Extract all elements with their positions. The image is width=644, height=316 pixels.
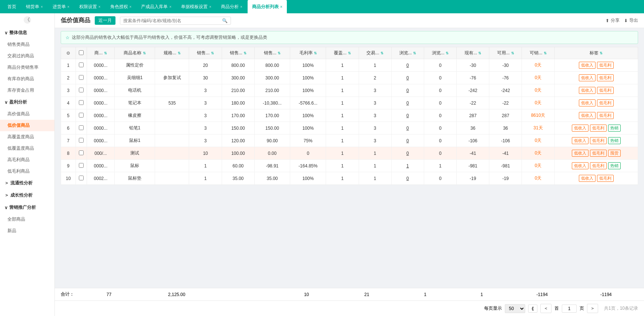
row-checkbox-cell[interactable] xyxy=(76,172,87,185)
nav-item-home[interactable]: 首页 xyxy=(3,0,21,13)
sidebar-item-stock-capital[interactable]: 库存资金占用 xyxy=(0,85,54,96)
nav-item-product-inbound[interactable]: 产成品入库单 × xyxy=(137,0,176,13)
col-header-available[interactable]: 可用... ⇅ xyxy=(489,47,522,59)
filter-button[interactable]: 近一月 xyxy=(95,16,115,25)
row-checkbox[interactable] xyxy=(79,176,84,180)
nav-item-template[interactable]: 单据模板设置 × xyxy=(177,0,216,13)
share-button[interactable]: ⬆ 分享 xyxy=(606,17,620,24)
row-checkbox[interactable] xyxy=(79,75,84,80)
first-page-button[interactable]: ⟪ xyxy=(528,305,537,313)
sidebar-item-high-value[interactable]: 高价值商品 xyxy=(0,108,54,120)
sidebar-item-traded-products[interactable]: 交易过的商品 xyxy=(0,50,54,62)
sidebar-group-liquidity[interactable]: ＞ 流通性分析 xyxy=(0,177,54,189)
sidebar-group-growth[interactable]: ＞ 成长性分析 xyxy=(0,189,54,201)
row-checkbox[interactable] xyxy=(79,163,84,168)
checkbox-col-header[interactable] xyxy=(76,47,87,59)
sidebar-group-overall[interactable]: ∨ 整体信息 xyxy=(0,27,54,39)
row-browse1[interactable]: 0 xyxy=(391,72,424,84)
row-spec xyxy=(155,172,189,185)
row-checkbox-cell[interactable] xyxy=(76,59,87,72)
sidebar-item-new-products[interactable]: 新品 xyxy=(0,225,54,237)
row-sale2: 120.00 xyxy=(222,135,254,147)
row-checkbox[interactable] xyxy=(79,125,84,130)
sidebar-item-stock-products[interactable]: 有库存的商品 xyxy=(0,73,54,85)
close-icon[interactable]: × xyxy=(209,5,211,9)
row-checkbox[interactable] xyxy=(79,150,84,155)
sidebar-group-profit[interactable]: ∨ 盈利分析 xyxy=(0,96,54,108)
col-header-name[interactable]: 商品名称 ⇅ xyxy=(114,47,155,59)
sidebar-group-marketing[interactable]: ∨ 营销推广分析 xyxy=(0,201,54,214)
row-checkbox[interactable] xyxy=(79,113,84,118)
col-header-current[interactable]: 现有... ⇅ xyxy=(457,47,489,59)
table-wrapper[interactable]: ⚙ 商... ⇅ 商品名称 ⇅ 规格... ⇅ 销售... ⇅ 销售... ⇅ … xyxy=(55,47,644,288)
close-icon[interactable]: × xyxy=(41,5,43,9)
col-header-sale1[interactable]: 销售... ⇅ xyxy=(189,47,222,59)
close-icon[interactable]: × xyxy=(98,5,101,9)
col-header-margin[interactable]: 毛利率 ⇅ xyxy=(290,47,326,59)
nav-item-sales[interactable]: 销货单 × xyxy=(21,0,47,13)
sidebar-item-low-coverage[interactable]: 低覆盖度商品 xyxy=(0,143,54,154)
close-icon[interactable]: × xyxy=(240,5,242,9)
col-header-cover[interactable]: 覆盖... ⇅ xyxy=(326,47,359,59)
nav-item-product-analysis-list[interactable]: 商品分析列表 × xyxy=(248,0,287,13)
row-browse1[interactable]: 1 xyxy=(391,160,424,172)
close-icon[interactable]: × xyxy=(169,5,171,9)
row-checkbox-cell[interactable] xyxy=(76,160,87,172)
select-all-checkbox[interactable] xyxy=(79,50,84,55)
row-browse1[interactable]: 0 xyxy=(391,97,424,109)
sidebar-item-low-margin[interactable]: 低毛利商品 xyxy=(0,166,54,177)
row-checkbox[interactable] xyxy=(79,138,84,143)
col-header-tags[interactable]: 标签 ⇅ xyxy=(554,47,638,59)
row-checkbox-cell[interactable] xyxy=(76,109,87,122)
close-icon[interactable]: × xyxy=(67,5,70,9)
sidebar-item-high-margin[interactable]: 高毛利商品 xyxy=(0,154,54,166)
search-icon[interactable]: 🔍 xyxy=(222,18,228,23)
per-page-select[interactable]: 50 100 xyxy=(505,304,525,313)
row-browse1[interactable]: 0 xyxy=(391,122,424,135)
row-checkbox[interactable] xyxy=(79,62,84,67)
next-page-button[interactable]: ＞ xyxy=(587,304,598,313)
row-browse1[interactable]: 0 xyxy=(391,59,424,72)
sidebar-item-low-value[interactable]: 低价值商品 xyxy=(0,120,54,131)
page-input[interactable] xyxy=(562,305,577,313)
sidebar-item-category-sales-rate[interactable]: 商品分类销售率 xyxy=(0,62,54,73)
row-margin: 100% xyxy=(290,84,326,97)
close-icon[interactable]: × xyxy=(130,5,132,9)
prev-page-button[interactable]: ＜ xyxy=(540,304,551,313)
settings-col-header[interactable]: ⚙ xyxy=(61,47,76,59)
nav-item-permissions[interactable]: 权限设置 × xyxy=(75,0,105,13)
row-browse1[interactable]: 0 xyxy=(391,172,424,185)
row-spec xyxy=(155,122,189,135)
col-header-sale3[interactable]: 销售... ⇅ xyxy=(254,47,290,59)
col-header-saleable[interactable]: 可销... ⇅ xyxy=(522,47,554,59)
nav-item-product-analysis[interactable]: 商品分析 × xyxy=(217,0,247,13)
row-sale3: 35.00 xyxy=(254,172,290,185)
col-header-sale2[interactable]: 销售... ⇅ xyxy=(222,47,254,59)
close-icon[interactable]: × xyxy=(280,5,282,9)
nav-item-purchase[interactable]: 进货单 × xyxy=(48,0,74,13)
nav-item-roles[interactable]: 角色授权 × xyxy=(106,0,136,13)
col-header-spec[interactable]: 规格... ⇅ xyxy=(155,47,189,59)
row-browse1[interactable]: 0 xyxy=(391,84,424,97)
col-header-browse2[interactable]: 浏览... ⇅ xyxy=(424,47,456,59)
row-checkbox-cell[interactable] xyxy=(76,122,87,135)
row-browse1[interactable]: 0 xyxy=(391,109,424,122)
row-browse1[interactable]: 0 xyxy=(391,147,424,160)
sidebar-collapse-btn[interactable]: 《 xyxy=(24,16,31,24)
row-checkbox-cell[interactable] xyxy=(76,147,87,160)
row-checkbox-cell[interactable] xyxy=(76,72,87,84)
sidebar-item-sales-products[interactable]: 销售类商品 xyxy=(0,39,54,50)
sidebar-item-all-products[interactable]: 全部商品 xyxy=(0,214,54,225)
export-button[interactable]: ⬇ 导出 xyxy=(624,17,638,24)
col-header-browse1[interactable]: 浏览... ⇅ xyxy=(391,47,424,59)
row-checkbox-cell[interactable] xyxy=(76,97,87,109)
row-browse1[interactable]: 0 xyxy=(391,135,424,147)
row-checkbox-cell[interactable] xyxy=(76,84,87,97)
search-input[interactable] xyxy=(123,18,221,23)
col-header-code[interactable]: 商... ⇅ xyxy=(87,47,114,59)
row-checkbox[interactable] xyxy=(79,100,84,105)
col-header-trade[interactable]: 交易... ⇅ xyxy=(359,47,391,59)
row-checkbox-cell[interactable] xyxy=(76,135,87,147)
sidebar-item-high-coverage[interactable]: 高覆盖度商品 xyxy=(0,131,54,143)
row-checkbox[interactable] xyxy=(79,88,84,92)
